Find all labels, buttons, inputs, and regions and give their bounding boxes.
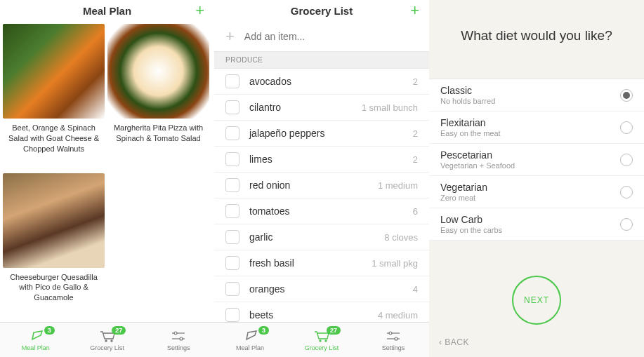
checkbox[interactable] [225,204,239,218]
item-qty: 1 small pkg [372,258,418,269]
add-icon[interactable]: + [410,1,419,20]
item-qty: 1 medium [378,180,418,191]
option-subtitle: Zero meat [440,194,620,202]
svg-point-5 [389,332,392,335]
meal-card[interactable]: Beet, Orange & Spinach Salad with Goat C… [3,24,105,170]
tab-settings[interactable]: Settings [357,323,429,357]
checkbox[interactable] [225,178,239,192]
item-qty: 1 small bunch [362,102,418,113]
page-title: Grocery List [291,5,353,17]
list-item[interactable]: red onion1 medium [214,173,429,198]
badge: 3 [44,326,55,335]
checkbox[interactable] [225,126,239,140]
checkbox[interactable] [225,152,239,166]
tab-label: Grocery List [90,344,124,351]
diet-option[interactable]: VegetarianZero meat [429,176,644,208]
checkbox[interactable] [225,282,239,296]
add-item-input[interactable] [244,31,418,42]
badge: 27 [327,326,341,335]
tab-settings[interactable]: Settings [143,323,214,357]
list: + PRODUCE avocados2cilantro1 small bunch… [214,21,429,322]
diet-option[interactable]: Low CarbEasy on the carbs [429,208,644,241]
card-grid: Beet, Orange & Spinach Salad with Goat C… [0,21,214,322]
plus-icon: + [225,27,235,46]
header: Grocery List + [214,0,429,21]
radio-icon[interactable] [620,218,633,231]
meal-image [3,24,105,119]
list-item[interactable]: garlic8 cloves [214,224,429,250]
tab-label: Meal Plan [22,344,50,351]
question-text: What diet would you like? [429,0,644,79]
badge: 3 [258,326,269,335]
tab-mealplan[interactable]: 3 Meal Plan [214,323,286,357]
next-button[interactable]: NEXT [512,276,561,325]
option-subtitle: No holds barred [440,97,620,105]
carrot-icon [27,329,44,343]
item-qty: 2 [413,128,418,139]
tab-label: Settings [382,344,405,351]
meal-image [3,173,105,268]
radio-icon[interactable] [620,186,633,198]
item-name: garlic [249,231,384,243]
diet-option[interactable]: ClassicNo holds barred [429,79,644,112]
list-item[interactable]: oranges4 [214,276,429,302]
item-name: beets [249,309,378,321]
item-qty: 4 medium [378,310,418,321]
tab-grocery[interactable]: 27 Grocery List [286,323,357,357]
diet-option[interactable]: PescetarianVegetarian + Seafood [429,144,644,176]
header: Meal Plan + [0,0,214,21]
meal-card[interactable]: Margherita Pita Pizza with Spinach & Tom… [107,24,209,170]
radio-icon[interactable] [620,121,633,134]
tab-bar: 3 Meal Plan 27 Grocery List Settings [214,322,429,357]
tab-label: Meal Plan [236,344,264,351]
list-item[interactable]: cilantro1 small bunch [214,95,429,121]
meal-image [107,24,209,119]
section-header: PRODUCE [214,52,429,69]
checkbox[interactable] [225,230,239,244]
list-item[interactable]: jalapeño peppers2 [214,121,429,147]
option-title: Classic [440,85,620,96]
list-item[interactable]: fresh basil1 small pkg [214,250,429,276]
list-item[interactable]: avocados2 [214,69,429,95]
meal-title: Margherita Pita Pizza with Spinach & Tom… [107,123,209,151]
add-item-row[interactable]: + [214,21,429,52]
option-title: Pescetarian [440,149,620,161]
back-label: BACK [445,337,469,347]
svg-point-3 [180,337,183,340]
item-qty: 4 [413,284,418,295]
screen-meal-plan: Meal Plan + Beet, Orange & Spinach Salad… [0,0,214,357]
checkbox[interactable] [225,308,239,322]
tab-label: Settings [167,344,190,351]
item-qty: 2 [413,76,418,87]
tab-label: Grocery List [305,344,339,351]
tab-mealplan[interactable]: 3 Meal Plan [0,323,72,357]
svg-point-1 [174,332,177,335]
list-item[interactable]: beets4 medium [214,302,429,322]
sliders-icon [385,329,402,343]
meal-card[interactable]: Cheeseburger Quesadilla with Pico de Gal… [3,173,105,320]
meal-title: Beet, Orange & Spinach Salad with Goat C… [3,123,105,161]
item-name: limes [249,154,413,165]
checkbox[interactable] [225,256,239,270]
item-name: avocados [249,76,413,87]
option-subtitle: Easy on the meat [440,129,620,137]
checkbox[interactable] [225,100,239,114]
page-title: Meal Plan [83,5,131,17]
add-icon[interactable]: + [195,1,204,20]
item-name: tomatoes [249,206,413,217]
radio-icon[interactable] [620,89,633,102]
item-name: red onion [249,180,378,191]
svg-point-7 [395,337,397,340]
diet-option[interactable]: FlexitarianEasy on the meat [429,112,644,144]
list-item[interactable]: tomatoes6 [214,198,429,224]
item-name: oranges [249,283,413,295]
option-title: Low Carb [440,214,620,225]
item-name: fresh basil [249,257,372,269]
radio-icon[interactable] [620,154,633,166]
back-button[interactable]: ‹ BACK [439,337,469,347]
list-item[interactable]: limes2 [214,147,429,173]
checkbox[interactable] [225,74,239,88]
tab-grocery[interactable]: 27 Grocery List [72,323,143,357]
options-list: ClassicNo holds barredFlexitarianEasy on… [429,79,644,241]
item-qty: 6 [413,206,418,217]
